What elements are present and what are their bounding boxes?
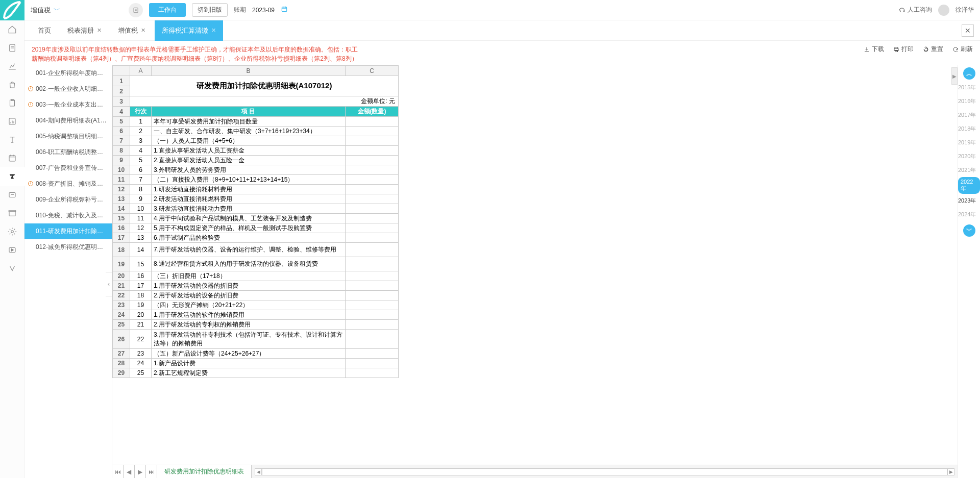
value-cell[interactable] — [346, 204, 399, 214]
row-header[interactable]: 6 — [113, 127, 130, 136]
form-item-6[interactable]: 007-广告费和业务宣传费跨... — [24, 160, 112, 176]
value-cell[interactable] — [346, 156, 399, 165]
label-cell[interactable]: 2.用于研发活动的设备的折旧费 — [152, 291, 346, 300]
value-cell[interactable] — [346, 136, 399, 146]
row-header[interactable]: 7 — [113, 136, 130, 146]
year-option[interactable]: 2020年 — [958, 149, 980, 163]
row-header[interactable]: 11 — [113, 175, 130, 185]
nav-tax-icon[interactable] — [0, 167, 24, 186]
form-item-0[interactable]: 001-企业所得税年度纳税申... — [24, 65, 112, 81]
year-option[interactable]: 2019年 — [958, 136, 980, 149]
row-header[interactable]: 25 — [113, 320, 130, 330]
row-header[interactable]: 9 — [113, 156, 130, 165]
label-cell[interactable]: 5.用于不构成固定资产的样品、样机及一般测试手段购置费 — [152, 223, 346, 233]
seq-cell[interactable]: 2 — [130, 127, 152, 136]
row-header[interactable]: 24 — [113, 310, 130, 320]
label-cell[interactable]: 1.用于研发活动的仪器的折旧费 — [152, 281, 346, 291]
close-icon[interactable]: ✕ — [141, 27, 145, 34]
value-cell[interactable] — [346, 359, 399, 368]
refresh-button[interactable]: 刷新 — [952, 45, 973, 54]
row-header[interactable]: 2 — [113, 86, 130, 96]
nav-chart-icon[interactable] — [0, 57, 24, 76]
value-cell[interactable] — [346, 349, 399, 359]
year-option[interactable]: 2015年 — [958, 81, 980, 94]
label-cell[interactable]: （二）直接投入费用（8+9+10+11+12+13+14+15） — [152, 175, 346, 185]
row-header[interactable]: 10 — [113, 165, 130, 175]
seq-cell[interactable]: 13 — [130, 233, 152, 243]
value-cell[interactable] — [346, 223, 399, 233]
sheet-pager-first[interactable]: ⏮ — [112, 465, 124, 478]
row-header[interactable]: 16 — [113, 223, 130, 233]
seq-cell[interactable]: 18 — [130, 291, 152, 300]
close-icon[interactable]: ✕ — [97, 27, 102, 34]
seq-cell[interactable]: 21 — [130, 320, 152, 330]
nav-home-icon[interactable] — [0, 20, 24, 39]
form-item-9[interactable]: 010-免税、减计收入及加计... — [24, 208, 112, 223]
value-cell[interactable] — [346, 127, 399, 136]
label-cell[interactable]: 一、自主研发、合作研发、集中研发（3+7+16+19+23+34） — [152, 127, 346, 136]
nav-v-icon[interactable] — [0, 259, 24, 278]
hscroll-left[interactable]: ◀ — [255, 468, 262, 475]
label-cell[interactable]: 1.新产品设计费 — [152, 359, 346, 368]
form-item-8[interactable]: 009-企业所得税弥补亏损明... — [24, 192, 112, 208]
tab-0[interactable]: 首页 — [31, 20, 58, 41]
seq-cell[interactable]: 19 — [130, 300, 152, 310]
module-dropdown[interactable]: 增值税 ﹀ — [31, 6, 122, 15]
label-cell[interactable]: 2.直接从事研发活动人员五险一金 — [152, 156, 346, 165]
value-cell[interactable] — [346, 185, 399, 194]
year-scroll-up[interactable]: ︽ — [963, 67, 975, 80]
download-button[interactable]: 下载 — [864, 45, 884, 54]
nav-clipboard-icon[interactable] — [0, 94, 24, 112]
seq-cell[interactable]: 6 — [130, 165, 152, 175]
label-cell[interactable]: 1.直接从事研发活动人员工资薪金 — [152, 146, 346, 156]
collapse-handle[interactable]: ‹ — [106, 272, 112, 296]
value-cell[interactable] — [346, 175, 399, 185]
value-cell[interactable] — [346, 300, 399, 310]
form-item-7[interactable]: 008-资产折旧、摊销及纳税... — [24, 176, 112, 192]
label-cell[interactable]: 3.外聘研发人员的劳务费用 — [152, 165, 346, 175]
nav-calendar-icon[interactable] — [0, 149, 24, 167]
row-header[interactable]: 18 — [113, 243, 130, 257]
value-cell[interactable] — [346, 281, 399, 291]
sheet-tab-active[interactable]: 研发费用加计扣除优惠明细表 — [157, 465, 252, 478]
seq-cell[interactable]: 24 — [130, 359, 152, 368]
seq-cell[interactable]: 9 — [130, 194, 152, 204]
value-cell[interactable] — [346, 291, 399, 300]
label-cell[interactable]: 2.用于研发活动的专利权的摊销费用 — [152, 320, 346, 330]
hscroll-track[interactable] — [262, 468, 947, 475]
value-cell[interactable] — [346, 165, 399, 175]
label-cell[interactable]: 1.研发活动直接消耗材料费用 — [152, 185, 346, 194]
row-header[interactable]: 3 — [113, 96, 130, 107]
form-item-5[interactable]: 006-职工薪酬纳税调整明细... — [24, 144, 112, 160]
seq-cell[interactable]: 10 — [130, 204, 152, 214]
year-option[interactable]: 2024年 — [958, 208, 980, 221]
seq-cell[interactable]: 3 — [130, 136, 152, 146]
label-cell[interactable]: 1.用于研发活动的软件的摊销费用 — [152, 310, 346, 320]
help-link[interactable]: 人工咨询 — [898, 6, 932, 14]
label-cell[interactable]: 8.通过经营租赁方式租入的用于研发活动的仪器、设备租赁费 — [152, 257, 346, 271]
row-header[interactable]: 5 — [113, 117, 130, 127]
tab-1[interactable]: 税表清册✕ — [60, 20, 109, 41]
label-cell[interactable]: 2.新工艺规程制定费 — [152, 368, 346, 378]
col-header-A[interactable]: A — [130, 66, 152, 76]
nav-bag-icon[interactable] — [0, 76, 24, 94]
value-cell[interactable] — [346, 194, 399, 204]
value-cell[interactable] — [346, 257, 399, 271]
row-header[interactable]: 27 — [113, 349, 130, 359]
label-cell[interactable]: 3.研发活动直接消耗动力费用 — [152, 204, 346, 214]
row-header[interactable]: 13 — [113, 194, 130, 204]
seq-cell[interactable]: 22 — [130, 330, 152, 349]
year-option[interactable]: 2017年 — [958, 108, 980, 122]
row-header[interactable]: 8 — [113, 146, 130, 156]
col-header-C[interactable]: C — [346, 66, 399, 76]
tab-3[interactable]: 所得税汇算清缴✕ — [155, 20, 223, 41]
sheet-scroll[interactable]: A B C1 研发费用加计扣除优惠明细表(A107012)23 金额单位: 元4… — [112, 65, 958, 465]
seq-cell[interactable]: 7 — [130, 175, 152, 185]
row-header[interactable]: 15 — [113, 214, 130, 223]
sheet-pager-next[interactable]: ▶ — [135, 465, 146, 478]
nav-settings-icon[interactable] — [0, 222, 24, 241]
seq-cell[interactable]: 1 — [130, 117, 152, 127]
year-option[interactable]: 2018年 — [958, 122, 980, 136]
label-cell[interactable]: 2.研发活动直接消耗燃料费用 — [152, 194, 346, 204]
switch-old-button[interactable]: 切到旧版 — [192, 3, 228, 17]
